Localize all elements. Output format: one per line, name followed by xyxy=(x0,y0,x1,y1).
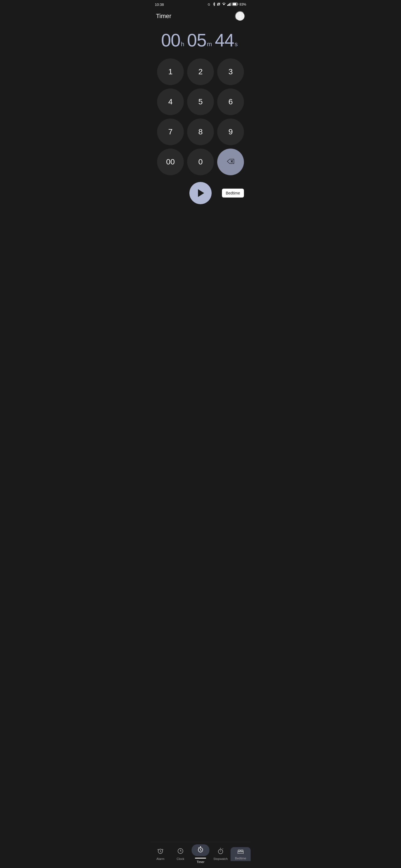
wifi-icon xyxy=(222,2,226,7)
numpad-3[interactable]: 3 xyxy=(217,58,244,85)
timer-hours: 00 xyxy=(161,30,180,51)
timer-seconds-unit: s xyxy=(235,41,238,48)
timer-minutes: 05 xyxy=(187,30,206,51)
timer-seconds: 44 xyxy=(215,30,234,51)
numpad-5[interactable]: 5 xyxy=(187,89,214,115)
play-icon xyxy=(198,189,204,197)
numpad-8[interactable]: 8 xyxy=(187,119,214,145)
start-button[interactable] xyxy=(189,182,212,204)
numpad-0[interactable]: 0 xyxy=(187,149,214,175)
battery-percentage: 83% xyxy=(239,2,246,6)
numpad-00[interactable]: 00 xyxy=(157,149,184,175)
signal-icon xyxy=(227,2,231,7)
bluetooth-icon xyxy=(213,2,216,7)
svg-rect-5 xyxy=(231,2,231,6)
header: Timer xyxy=(150,8,251,23)
timer-minutes-unit: m xyxy=(207,41,212,48)
numpad: 1 2 3 4 5 6 7 8 9 00 0 xyxy=(150,56,251,178)
svg-rect-3 xyxy=(228,4,229,6)
svg-text:G: G xyxy=(208,3,210,6)
status-time: 10:38 xyxy=(155,2,164,7)
play-row: Bedtime xyxy=(150,178,251,209)
mute-icon xyxy=(217,2,221,7)
bedtime-button[interactable]: Bedtime xyxy=(222,189,244,197)
status-bar: 10:38 G xyxy=(150,0,251,8)
battery-icon xyxy=(232,2,238,7)
status-icons: G xyxy=(208,2,246,7)
svg-rect-7 xyxy=(233,3,236,5)
timer-display: 00 h 05 m 44 s xyxy=(150,23,251,56)
google-icon: G xyxy=(208,2,212,7)
numpad-7[interactable]: 7 xyxy=(157,119,184,145)
numpad-9[interactable]: 9 xyxy=(217,119,244,145)
numpad-6[interactable]: 6 xyxy=(217,89,244,115)
numpad-4[interactable]: 4 xyxy=(157,89,184,115)
page-title: Timer xyxy=(156,12,171,20)
svg-rect-2 xyxy=(227,5,228,6)
more-dots-icon xyxy=(239,13,240,19)
svg-rect-4 xyxy=(229,3,230,6)
numpad-delete[interactable] xyxy=(217,149,244,175)
numpad-2[interactable]: 2 xyxy=(187,58,214,85)
more-options-button[interactable] xyxy=(235,11,245,21)
svg-marker-1 xyxy=(223,4,225,5)
timer-hours-unit: h xyxy=(181,41,184,48)
numpad-1[interactable]: 1 xyxy=(157,58,184,85)
delete-icon xyxy=(227,158,234,165)
